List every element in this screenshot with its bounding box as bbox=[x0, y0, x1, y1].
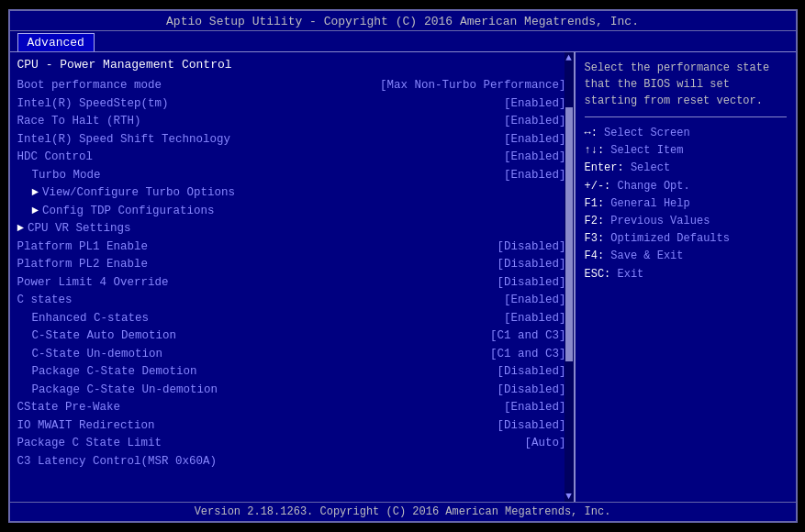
menu-item-value: [Disabled] bbox=[497, 239, 565, 256]
menu-item-value: [Enabled] bbox=[504, 293, 566, 309]
help-key-item: ESC: Exit bbox=[585, 266, 787, 283]
menu-item-label: Platform PL2 Enable bbox=[17, 257, 149, 273]
menu-item[interactable]: Platform PL2 Enable [Disabled] bbox=[17, 256, 566, 274]
menu-item[interactable]: Intel(R) SpeedStep(tm) [Enabled] bbox=[17, 95, 566, 114]
menu-item-label: Power Limit 4 Override bbox=[17, 275, 169, 292]
menu-item-label: ►Config TDP Configurations bbox=[17, 204, 215, 220]
menu-list: Boot performance mode [Max Non-Turbo Per… bbox=[17, 77, 566, 471]
footer-text: Version 2.18.1263. Copyright (C) 2016 Am… bbox=[195, 505, 611, 518]
menu-item-value: [Enabled] bbox=[504, 132, 566, 149]
menu-item-value: [Max Non-Turbo Performance] bbox=[380, 78, 566, 94]
menu-item-label: C-State Auto Demotion bbox=[17, 328, 177, 345]
arrow-icon: ► bbox=[17, 222, 25, 235]
scroll-down-arrow[interactable]: ▼ bbox=[565, 491, 572, 502]
menu-item[interactable]: HDC Control [Enabled] bbox=[17, 149, 566, 167]
menu-item-value: [Auto] bbox=[524, 436, 565, 452]
help-key-desc: Optimized Defaults bbox=[604, 232, 730, 245]
help-key-desc: Select Item bbox=[604, 144, 683, 157]
menu-item-label: IO MWAIT Redirection bbox=[17, 418, 155, 435]
menu-item[interactable]: Package C-State Un-demotion [Disabled] bbox=[17, 382, 566, 400]
menu-item-value: [Enabled] bbox=[504, 150, 566, 166]
menu-item[interactable]: IO MWAIT Redirection [Disabled] bbox=[17, 417, 566, 436]
menu-item-value: [Enabled] bbox=[504, 168, 566, 184]
title-text: Aptio Setup Utility - Copyright (C) 2016… bbox=[166, 15, 639, 28]
menu-item[interactable]: C-State Auto Demotion [C1 and C3] bbox=[17, 327, 566, 346]
menu-item[interactable]: Package C State Limit [Auto] bbox=[17, 435, 566, 453]
menu-item[interactable]: Enhanced C-states [Enabled] bbox=[17, 310, 566, 328]
footer: Version 2.18.1263. Copyright (C) 2016 Am… bbox=[10, 502, 796, 521]
menu-item[interactable]: C states [Enabled] bbox=[17, 292, 566, 310]
help-keys-list: ↔: Select Screen↑↓: Select ItemEnter: Se… bbox=[585, 125, 787, 283]
help-key-label: F3: bbox=[585, 232, 605, 245]
help-key-label: ↑↓: bbox=[585, 144, 605, 157]
menu-item[interactable]: Intel(R) Speed Shift Technology [Enabled… bbox=[17, 131, 566, 150]
menu-item[interactable]: Power Limit 4 Override [Disabled] bbox=[17, 274, 566, 293]
help-key-label: F4: bbox=[585, 249, 605, 262]
menu-item-value: [C1 and C3] bbox=[490, 328, 566, 345]
help-key-desc: Select bbox=[624, 161, 670, 174]
menu-item[interactable]: C-State Un-demotion [C1 and C3] bbox=[17, 346, 566, 364]
menu-item-label: Intel(R) Speed Shift Technology bbox=[17, 132, 231, 149]
menu-item-label: Boot performance mode bbox=[17, 78, 162, 94]
menu-item-label: Package C-State Un-demotion bbox=[17, 382, 218, 399]
help-divider bbox=[585, 116, 787, 117]
bios-window: Aptio Setup Utility - Copyright (C) 2016… bbox=[8, 9, 798, 523]
menu-item[interactable]: ►View/Configure Turbo Options bbox=[17, 184, 566, 203]
menu-item-label: Race To Halt (RTH) bbox=[17, 114, 141, 130]
right-panel: Select the performance state that the BI… bbox=[576, 52, 796, 502]
menu-item-label: ►View/Configure Turbo Options bbox=[17, 185, 236, 202]
menu-item-value: [Enabled] bbox=[504, 400, 566, 416]
help-key-item: +/-: Change Opt. bbox=[585, 178, 787, 195]
help-key-label: Enter: bbox=[585, 161, 624, 174]
menu-item-value: [Enabled] bbox=[504, 311, 566, 327]
menu-item[interactable]: Package C-State Demotion [Disabled] bbox=[17, 363, 566, 382]
tab-advanced[interactable]: Advanced bbox=[17, 33, 95, 51]
menu-item-value: [Enabled] bbox=[504, 114, 566, 130]
menu-item-value: [C1 and C3] bbox=[490, 347, 566, 363]
menu-item[interactable]: Boot performance mode [Max Non-Turbo Per… bbox=[17, 77, 566, 95]
menu-item[interactable]: CState Pre-Wake [Enabled] bbox=[17, 399, 566, 417]
scroll-up-arrow[interactable]: ▲ bbox=[565, 52, 572, 63]
menu-item-label: Package C State Limit bbox=[17, 436, 162, 452]
scrollbar-thumb bbox=[565, 107, 573, 361]
help-key-item: F2: Previous Values bbox=[585, 213, 787, 230]
menu-item-value: [Disabled] bbox=[497, 257, 565, 273]
help-key-item: Enter: Select bbox=[585, 160, 787, 177]
menu-item-value: [Disabled] bbox=[497, 418, 565, 435]
menu-item-label: HDC Control bbox=[17, 150, 94, 166]
menu-item-label: Intel(R) SpeedStep(tm) bbox=[17, 96, 169, 113]
menu-item-value: [Enabled] bbox=[504, 96, 566, 113]
menu-item-label: ►CPU VR Settings bbox=[17, 221, 131, 238]
menu-item-value: [Disabled] bbox=[497, 275, 565, 292]
help-key-item: F1: General Help bbox=[585, 195, 787, 213]
left-panel: CPU - Power Management Control Boot perf… bbox=[10, 52, 576, 502]
menu-item-label: C3 Latency Control(MSR 0x60A) bbox=[17, 454, 218, 471]
main-content: CPU - Power Management Control Boot perf… bbox=[10, 52, 796, 502]
menu-item-label: Package C-State Demotion bbox=[17, 364, 197, 381]
help-key-desc: Select Screen bbox=[598, 127, 690, 139]
help-description: Select the performance state that the BI… bbox=[585, 60, 787, 109]
menu-item[interactable]: Race To Halt (RTH) [Enabled] bbox=[17, 113, 566, 131]
menu-item-label: Turbo Mode bbox=[17, 168, 101, 184]
menu-item[interactable]: ►CPU VR Settings bbox=[17, 220, 566, 238]
menu-item-label: Platform PL1 Enable bbox=[17, 239, 149, 256]
scrollbar[interactable]: ▲ ▼ bbox=[565, 52, 574, 502]
help-key-desc: Exit bbox=[610, 268, 643, 281]
arrow-icon: ► bbox=[32, 186, 39, 199]
menu-item[interactable]: Platform PL1 Enable [Disabled] bbox=[17, 238, 566, 257]
help-key-label: F2: bbox=[585, 215, 605, 227]
menu-item[interactable]: Turbo Mode [Enabled] bbox=[17, 167, 566, 185]
tab-row: Advanced bbox=[10, 31, 796, 52]
menu-item-label: C states bbox=[17, 293, 73, 309]
help-key-item: ↑↓: Select Item bbox=[585, 142, 787, 160]
menu-item-value: [Disabled] bbox=[497, 382, 565, 399]
menu-item[interactable]: ►Config TDP Configurations bbox=[17, 203, 566, 221]
menu-item-label: Enhanced C-states bbox=[17, 311, 150, 327]
help-key-item: ↔: Select Screen bbox=[585, 125, 787, 142]
help-key-desc: General Help bbox=[604, 197, 690, 210]
help-key-item: F4: Save & Exit bbox=[585, 248, 787, 265]
menu-item[interactable]: C3 Latency Control(MSR 0x60A) bbox=[17, 453, 566, 471]
help-key-item: F3: Optimized Defaults bbox=[585, 230, 787, 248]
menu-item-label: C-State Un-demotion bbox=[17, 347, 163, 363]
help-key-label: ↔: bbox=[585, 127, 598, 139]
